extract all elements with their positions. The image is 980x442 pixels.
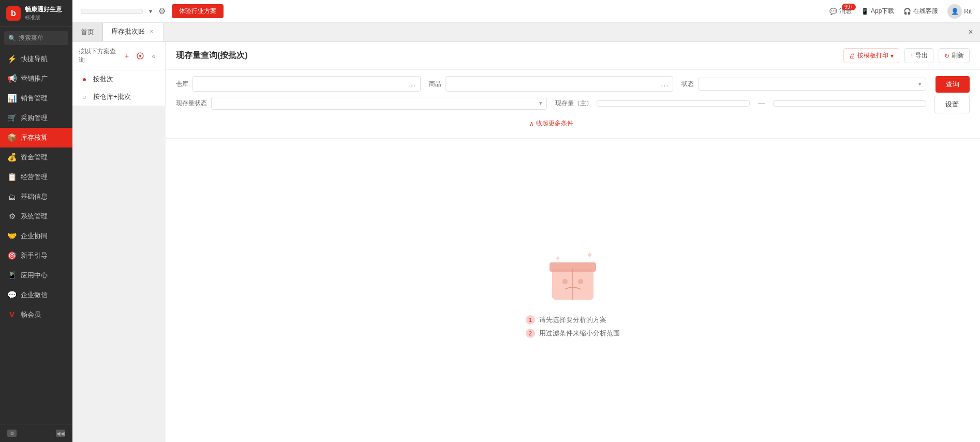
filter-buttons: 查询 设置	[934, 76, 970, 113]
print-dropdown-icon: ▾	[890, 52, 894, 60]
sidebar-item-operations[interactable]: 📋 经营管理	[0, 167, 72, 187]
filter-row-1: 仓库 … 商品 …	[176, 76, 926, 92]
sidebar-item-member[interactable]: V 畅会员	[0, 305, 72, 325]
add-scheme-btn[interactable]: +	[122, 51, 132, 61]
tab-close-btn[interactable]: ×	[148, 28, 155, 35]
tab-batch[interactable]: 库存批次账 ×	[103, 23, 164, 41]
apps-icon: 📱	[7, 271, 17, 280]
sidebar-item-basic[interactable]: 🗂 基础信息	[0, 187, 72, 207]
sidebar-item-apps[interactable]: 📱 应用中心	[0, 266, 72, 285]
scheme-item-by-warehouse-batch[interactable]: ○ 按仓库+批次	[72, 88, 165, 106]
refresh-btn[interactable]: ↻ 刷新	[939, 48, 970, 63]
empty-tip-2: 2 用过滤条件来缩小分析范围	[526, 329, 620, 338]
sidebar-item-label: 快捷导航	[21, 54, 48, 64]
search-icon: 🔍	[8, 35, 16, 42]
stock-amount-min[interactable]	[597, 100, 750, 107]
product-label: 商品	[429, 80, 441, 89]
filter-product: 商品 …	[429, 76, 674, 92]
collapse-panel-btn[interactable]: «	[149, 51, 159, 61]
sidebar-item-system[interactable]: ⚙ 系统管理	[0, 207, 72, 226]
filter-row-2: 现存量状态 ▾ 现存量（主）	[176, 97, 926, 110]
stock-status-select[interactable]: ▾	[211, 97, 547, 110]
user-avatar-btn[interactable]: 👤 Rit	[947, 4, 972, 19]
sidebar-item-label: 企业微信	[21, 290, 48, 300]
filter-warehouse: 仓库 …	[176, 76, 421, 92]
svg-text:✦: ✦	[555, 254, 561, 262]
sidebar-item-label: 应用中心	[21, 271, 48, 280]
headset-icon: 🎧	[903, 8, 911, 15]
settings-footer-btn[interactable]: ⚙	[7, 430, 17, 437]
online-service-label: 在线客服	[913, 7, 938, 16]
sidebar-item-quicknav[interactable]: ⚡ 快捷导航	[0, 49, 72, 69]
printer-icon: 🖨	[849, 52, 855, 60]
sidebar-item-purchase[interactable]: 🛒 采购管理	[0, 108, 72, 128]
tab-close-right-btn[interactable]: ×	[961, 23, 980, 41]
scheme-item-by-batch[interactable]: ● 按批次	[72, 70, 165, 88]
sidebar-item-marketing[interactable]: 📢 营销推广	[0, 69, 72, 89]
page-header: 现存量查询(按批次) 🖨 按模板打印 ▾ ↑ 导出 ↻ 刷新	[166, 42, 980, 70]
sidebar-item-newuser[interactable]: 🎯 新手引导	[0, 246, 72, 266]
tab-home[interactable]: 首页	[72, 23, 103, 41]
product-dots-icon[interactable]: …	[660, 79, 669, 89]
topbar-gear-icon[interactable]: ⚙	[158, 6, 166, 16]
sales-icon: 📊	[7, 94, 17, 103]
message-badge: 99+	[842, 4, 856, 10]
refresh-icon: ↻	[944, 52, 949, 60]
main-area: ▾ ⚙ 体验行业方案 💬 消息 99+ 📱 App下载 🎧 在线客服 👤	[72, 0, 980, 442]
filter-settings-btn[interactable]: 设置	[934, 96, 970, 113]
content-area: 按以下方案查询 + « ● 按批次	[72, 42, 980, 442]
sidebar-item-wechat[interactable]: 💬 企业微信	[0, 285, 72, 305]
topbar-dropdown-btn[interactable]: ▾	[149, 8, 152, 15]
sidebar-item-sales[interactable]: 📊 销售管理	[0, 89, 72, 108]
system-icon: ⚙	[7, 212, 17, 221]
page-title: 现存量查询(按批次)	[176, 50, 248, 61]
collapse-more-btn[interactable]: ∧ 收起更多条件	[176, 115, 926, 132]
sidebar-header: b 畅康通好生意 标准版	[0, 0, 72, 27]
sidebar-item-inventory[interactable]: 📦 库存核算	[0, 128, 72, 148]
warehouse-dots-icon[interactable]: …	[408, 79, 416, 89]
print-btn[interactable]: 🖨 按模板打印 ▾	[843, 48, 899, 63]
app-download-btn[interactable]: 📱 App下载	[861, 7, 894, 16]
tab-home-label: 首页	[81, 27, 94, 37]
sidebar-search[interactable]: 🔍 搜索菜单	[4, 31, 68, 45]
search-label: 搜索菜单	[19, 34, 43, 42]
app-title-wrap: 畅康通好生意 标准版	[25, 5, 62, 21]
svg-point-6	[578, 279, 583, 284]
marketing-icon: 📢	[7, 74, 17, 83]
stock-amount-label: 现存量（主）	[555, 99, 592, 108]
avatar: 👤	[947, 4, 962, 19]
filter-stock-amount: 现存量（主） —	[555, 99, 926, 108]
empty-svg: ✦ ✦	[542, 243, 604, 305]
warehouse-batch-scheme-icon: ○	[80, 92, 89, 101]
avatar-placeholder: 👤	[951, 8, 959, 15]
status-select[interactable]: ▾	[698, 78, 926, 91]
sidebar-item-corp[interactable]: 🤝 企业协同	[0, 226, 72, 246]
basic-icon: 🗂	[7, 192, 17, 201]
sidebar-item-finance[interactable]: 💰 资金管理	[0, 148, 72, 167]
sidebar-item-label: 基础信息	[21, 192, 48, 201]
company-name: 畅康通好生意	[25, 5, 62, 14]
empty-state: ✦ ✦ 1 请先选择要分析的方案 2 用过滤条件来缩小分析范围	[166, 139, 980, 442]
scheme-settings-btn[interactable]	[135, 51, 145, 61]
online-service-btn[interactable]: 🎧 在线客服	[903, 7, 938, 16]
message-btn[interactable]: 💬 消息 99+	[829, 7, 852, 16]
export-btn[interactable]: ↑ 导出	[904, 48, 933, 63]
tabs-bar: 首页 库存批次账 × ×	[72, 23, 980, 42]
query-btn[interactable]: 查询	[936, 76, 970, 93]
topbar-actions: 💬 消息 99+ 📱 App下载 🎧 在线客服 👤 Rit	[829, 4, 972, 19]
topbar: ▾ ⚙ 体验行业方案 💬 消息 99+ 📱 App下载 🎧 在线客服 👤	[72, 0, 980, 23]
product-input[interactable]: …	[446, 76, 674, 92]
purchase-icon: 🛒	[7, 113, 17, 123]
stock-amount-max[interactable]	[773, 100, 926, 107]
app-download-label: App下载	[871, 7, 894, 16]
tip-text-2: 用过滤条件来缩小分析范围	[539, 329, 620, 338]
left-panel-header: 按以下方案查询 + «	[72, 42, 165, 70]
trial-btn[interactable]: 体验行业方案	[172, 4, 224, 18]
warehouse-input[interactable]: …	[192, 76, 421, 92]
sidebar-item-label: 营销推广	[21, 74, 48, 83]
collapse-sidebar-btn[interactable]: ◀◀	[56, 430, 65, 437]
stock-status-label: 现存量状态	[176, 99, 207, 108]
scheme-label: 按仓库+批次	[93, 92, 131, 101]
sidebar-item-label: 经营管理	[21, 172, 48, 182]
collapse-label: 收起更多条件	[536, 119, 573, 128]
